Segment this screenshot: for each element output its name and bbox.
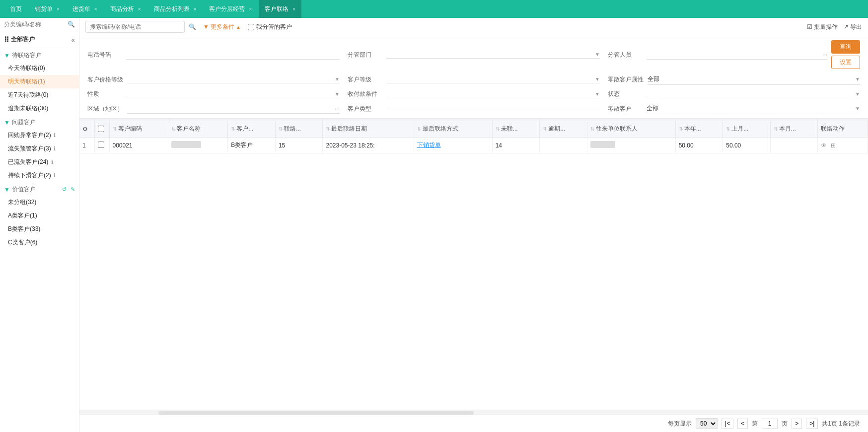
eye-icon[interactable]: 👁 — [821, 142, 827, 149]
sort-icon-unit: ⇅ — [590, 126, 594, 132]
prev-page-btn[interactable]: < — [737, 419, 748, 429]
th-this-year: ⇅ 本年... — [675, 121, 723, 138]
close-purchase-order[interactable]: × — [94, 6, 97, 12]
settings-icon[interactable]: ⚙ — [82, 126, 88, 133]
close-customer-layered[interactable]: × — [249, 6, 252, 12]
region-select[interactable]: ··· — [127, 104, 340, 114]
td-this-year: 50.00 — [675, 138, 723, 153]
info-icon-4: ℹ — [54, 172, 56, 178]
phone-input[interactable] — [126, 50, 340, 60]
status-select[interactable]: ▼ — [647, 90, 860, 98]
sidebar-abnormal-repurchase[interactable]: 回购异常客户(2) ℹ — [0, 129, 79, 142]
my-customers-checkbox-label[interactable]: 我分管的客户 — [248, 23, 292, 31]
price-level-select[interactable]: ▼ — [127, 75, 340, 83]
manager-dots[interactable]: ··· — [822, 51, 827, 58]
payment-select[interactable]: ▼ — [386, 90, 600, 98]
customer-level-select[interactable]: ▼ — [386, 75, 600, 83]
pagination: 每页显示 50 |< < 第 页 > >| 共1页 1条记录 — [79, 415, 868, 432]
nav-home[interactable]: 首页 — [4, 0, 28, 18]
sidebar-class-c[interactable]: C类客户(6) — [0, 236, 79, 249]
more-conditions-btn[interactable]: ▼ 更多条件 ▲ — [200, 21, 244, 33]
sidebar-search-bar: 🔍 — [0, 18, 79, 31]
th-overdue: ⇅ 逾期... — [540, 121, 587, 138]
export-btn[interactable]: ↗ 导出 — [844, 23, 862, 31]
row-checkbox[interactable] — [98, 142, 104, 148]
td-this-month — [770, 138, 818, 153]
reset-btn[interactable]: 设置 — [831, 56, 860, 69]
nav-customer-contact[interactable]: 客户联络 × — [259, 0, 301, 18]
sidebar-overdue-pending[interactable]: 逾期未联络(30) — [0, 102, 79, 115]
per-page-select[interactable]: 50 — [696, 418, 718, 429]
close-product-analysis-list[interactable]: × — [194, 6, 197, 12]
td-seq: 1 — [79, 138, 94, 153]
app-container: 首页 销货单 × 进货单 × 商品分析 × 商品分析列表 × 客户分层经营 × … — [0, 0, 868, 432]
td-unit-contact — [587, 138, 675, 153]
close-customer-contact[interactable]: × — [292, 6, 295, 12]
grid-icon[interactable]: ⊞ — [831, 142, 836, 149]
collapse-btn[interactable]: « — [71, 36, 75, 44]
filter-customer-level: 客户等级 ▼ — [348, 74, 600, 85]
first-page-btn[interactable]: |< — [722, 419, 733, 429]
main-search-input[interactable] — [85, 21, 185, 33]
edit-icon[interactable]: ✎ — [71, 186, 75, 193]
customer-type-select[interactable] — [386, 108, 600, 110]
sidebar-today-pending[interactable]: 今天待联络(0) — [0, 62, 79, 75]
nature-select[interactable]: ▼ — [126, 90, 340, 98]
filter-price-level: 客户价格等级 ▼ — [87, 74, 340, 85]
group-arrow-1: ▼ — [4, 52, 10, 59]
query-btn[interactable]: 查询 — [831, 40, 860, 54]
my-customers-checkbox[interactable] — [248, 24, 254, 30]
th-uncontacted: ⇅ 未联... — [492, 121, 540, 138]
sidebar-all-customers[interactable]: ⠿ 全部客户 « — [0, 31, 79, 48]
nav-customer-layered[interactable]: 客户分层经营 × — [203, 0, 258, 18]
info-icon-2: ℹ — [54, 145, 56, 151]
page-number-input[interactable] — [762, 419, 778, 429]
sidebar-class-b[interactable]: B类客户(33) — [0, 222, 79, 236]
contact-blur — [590, 141, 615, 148]
sidebar-search-input[interactable] — [4, 21, 66, 28]
nav-sales-order[interactable]: 销货单 × — [29, 0, 66, 18]
nav-purchase-order[interactable]: 进货单 × — [67, 0, 103, 18]
next-page-btn[interactable]: > — [792, 419, 802, 429]
sidebar-churned[interactable]: 已流失客户(24) ℹ — [0, 155, 79, 169]
refresh-icon[interactable]: ↺ — [62, 186, 67, 193]
sort-icon-name: ⇅ — [171, 126, 175, 132]
horizontal-scrollbar[interactable] — [158, 411, 474, 415]
dept-select[interactable]: ▼ — [386, 51, 600, 59]
nav-product-analysis-list[interactable]: 商品分析列表 × — [148, 0, 203, 18]
region-dots[interactable]: ··· — [335, 105, 340, 112]
filter-phone: 电话号码 — [87, 40, 340, 69]
price-chevron: ▼ — [335, 76, 340, 82]
sidebar-declining[interactable]: 持续下滑客户(2) ℹ — [0, 169, 79, 182]
sidebar-ungrouped[interactable]: 未分组(32) — [0, 196, 79, 209]
td-checkbox — [94, 138, 109, 153]
sidebar-7days-pending[interactable]: 近7天待联络(0) — [0, 88, 79, 102]
td-name — [168, 138, 228, 153]
close-product-analysis[interactable]: × — [138, 6, 141, 12]
sidebar-class-a[interactable]: A类客户(1) — [0, 209, 79, 222]
sidebar-churn-warning[interactable]: 流失预警客户(3) ℹ — [0, 142, 79, 155]
table-container: ⚙ ⇅ 客户编码 — [79, 121, 868, 410]
search-icon[interactable]: 🔍 — [68, 21, 75, 28]
close-sales-order[interactable]: × — [57, 6, 60, 12]
select-all-checkbox[interactable] — [98, 126, 104, 132]
sort-icon-overdue: ⇅ — [543, 126, 547, 132]
th-last-contact-method: ⇅ 最后联络方式 — [414, 121, 492, 138]
dept-chevron: ▼ — [595, 52, 600, 57]
nav-product-analysis[interactable]: 商品分析 × — [104, 0, 147, 18]
sort-icon-type: ⇅ — [231, 126, 235, 132]
retail-attr-select[interactable]: 全部 ▼ — [648, 74, 860, 85]
th-last-contact-date: ⇅ 最后联络日期 — [323, 121, 414, 138]
customer-level-chevron: ▼ — [595, 76, 600, 82]
filter-bar: 🔍 ▼ 更多条件 ▲ 我分管的客户 ☑ 批量操作 ↗ — [79, 18, 868, 36]
batch-op-btn[interactable]: ☑ 批量操作 — [807, 23, 838, 31]
manager-select[interactable]: ··· — [647, 50, 827, 60]
retail-customer-select[interactable]: 全部 ▼ — [647, 103, 860, 114]
sidebar-tomorrow-pending[interactable]: 明天待联络(1) — [0, 75, 79, 88]
advanced-filter-panel: 电话号码 分管部门 ▼ 分管人员 ··· — [79, 36, 868, 119]
main-layout: 🔍 ⠿ 全部客户 « ▼ 待联络客户 今天待联络(0) 明天待联络(1) 近7天… — [0, 18, 868, 432]
last-page-btn[interactable]: >| — [806, 419, 818, 429]
sort-icon-last-month: ⇅ — [726, 126, 730, 132]
main-search-icon[interactable]: 🔍 — [189, 23, 196, 30]
filter-retail-attr: 零散客户属性 全部 ▼ — [608, 74, 860, 85]
